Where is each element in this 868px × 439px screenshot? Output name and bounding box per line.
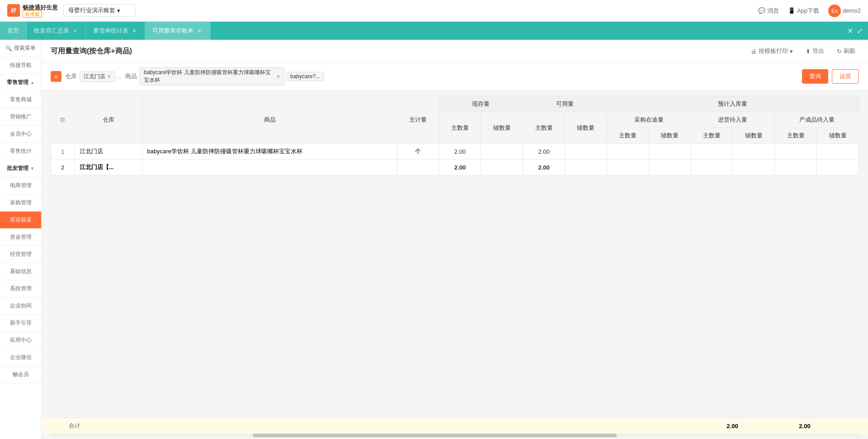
- row-2-no: 2: [51, 160, 75, 175]
- row-1-inbound-main: [691, 144, 733, 160]
- sidebar-item-member[interactable]: 会员中心: [0, 126, 41, 143]
- th-main-unit: 主计量: [397, 96, 439, 144]
- warehouse-tag-jiangbei: 江北门店 ✕: [80, 71, 115, 82]
- sidebar-item-purchase[interactable]: 采购管理: [0, 194, 41, 212]
- quicknav-label: 快捷导航: [10, 61, 32, 69]
- row-2-warehouse: 江北门店【...: [75, 160, 142, 175]
- tab-receive-summary[interactable]: 收发存汇总表 ✕: [27, 22, 86, 40]
- th-warehouse: 仓库: [75, 96, 142, 144]
- enterprise-wechat-label: 企业微信: [10, 354, 32, 361]
- sidebar-item-retail-mgmt[interactable]: 零售管理 ▲: [0, 74, 41, 91]
- retail-stats-label: 零售统计: [10, 147, 32, 155]
- footer-avail-main: 2.00: [787, 423, 823, 430]
- th-product-pending: 产成品待入量: [775, 112, 859, 128]
- sidebar-item-enterprise[interactable]: 企业协同: [0, 297, 41, 315]
- warehouse-filter-label: 仓库: [65, 72, 77, 80]
- th-settings: ⚙: [51, 96, 75, 144]
- logo-badge: 标准版: [23, 10, 42, 18]
- warehouse-filter-tags: 江北门店 ✕ ...: [80, 71, 122, 82]
- print-icon: 🖨: [751, 48, 757, 55]
- sidebar-item-vip[interactable]: 畅会员: [0, 366, 41, 383]
- sidebar-item-operations[interactable]: 经营管理: [0, 246, 41, 263]
- basic-info-label: 基础信息: [10, 268, 32, 275]
- available-stock-tab-label: 可用量库存账本: [152, 27, 193, 35]
- print-label: 按模板打印: [759, 47, 788, 55]
- page-header-actions: 🖨 按模板打印 ▾ ⬆ 导出 ↻ 刷新: [747, 45, 859, 57]
- close-all-tabs-icon[interactable]: ✕: [847, 27, 853, 35]
- app-center-label: 应用中心: [10, 336, 32, 344]
- tab-order-stats[interactable]: 要货单统计表 ✕: [86, 22, 145, 40]
- sidebar-item-search[interactable]: 🔍 搜索菜单: [0, 40, 41, 57]
- retail-mgmt-label: 零售管理: [7, 79, 28, 86]
- message-button[interactable]: 💬 消息: [758, 7, 779, 15]
- sidebar-item-retail-mall[interactable]: 零售商城: [0, 91, 41, 109]
- export-label: 导出: [812, 47, 824, 55]
- tab-home[interactable]: 首页: [0, 22, 27, 40]
- sidebar-item-wholesale[interactable]: 批发管理 ▼: [0, 160, 41, 177]
- maximize-icon[interactable]: ⤢: [857, 27, 863, 35]
- sidebar: 🔍 搜索菜单 快捷导航 零售管理 ▲ 零售商城 营销推广 会员中心 零售统计 批…: [0, 40, 42, 439]
- refresh-label: 刷新: [844, 47, 855, 55]
- product-tag-babycare: babycare学饮杯 儿童防摔防撞吸管杯重力球吸嘴杯宝宝水杯 ✕: [140, 67, 284, 85]
- tab-available-stock[interactable]: 可用量库存账本 ✕: [145, 22, 210, 40]
- print-button[interactable]: 🖨 按模板打印 ▾: [747, 45, 797, 57]
- system-label: 系统管理: [10, 285, 32, 293]
- finance-label: 资金管理: [10, 233, 32, 241]
- query-button[interactable]: 查询: [802, 69, 828, 84]
- row-1-avail-main: 2.00: [523, 144, 565, 160]
- th-inbound-main-qty: 主数量: [691, 128, 733, 144]
- receive-summary-tab-label: 收发存汇总表: [34, 27, 69, 35]
- setting-button[interactable]: 设置: [832, 69, 859, 84]
- sidebar-item-inventory[interactable]: 库存核算: [0, 212, 41, 229]
- sidebar-item-finance[interactable]: 资金管理: [0, 229, 41, 246]
- row-2-avail-sub: [565, 160, 607, 175]
- row-1-unit: 个: [397, 144, 439, 160]
- app-download-button[interactable]: 📱 App下载: [788, 7, 819, 15]
- th-inbound-sub-qty: 辅数量: [733, 128, 775, 144]
- remove-warehouse-tag-icon[interactable]: ✕: [107, 74, 111, 80]
- remove-product-tag-1-icon[interactable]: ✕: [276, 74, 280, 80]
- sidebar-item-app-center[interactable]: 应用中心: [0, 332, 41, 349]
- logo: 好 畅捷通好生意 标准版: [7, 4, 58, 18]
- sidebar-item-enterprise-wechat[interactable]: 企业微信: [0, 349, 41, 366]
- warehouse-filter-group: 仓库 江北门店 ✕ ...: [65, 71, 122, 82]
- close-order-stats-icon[interactable]: ✕: [131, 28, 137, 34]
- th-stock-sub-qty: 辅数量: [481, 112, 523, 144]
- sidebar-item-marketing[interactable]: 营销推广: [0, 109, 41, 126]
- content-area: 可用量查询(按仓库+商品) 🖨 按模板打印 ▾ ⬆ 导出 ↻ 刷新: [42, 40, 868, 439]
- export-button[interactable]: ⬆ 导出: [802, 45, 828, 57]
- sidebar-item-newbie[interactable]: 新手引导: [0, 315, 41, 332]
- table-area: ⚙ 仓库 商品 主计量 现存量 可用量 预计入库量 主数量 辅数量 主数量 辅数…: [42, 90, 868, 418]
- filter-bar: » 仓库 江北门店 ✕ ... 商品 babycare学饮杯 儿童防摔防撞吸管杯…: [42, 63, 868, 90]
- industry-select[interactable]: 母婴行业演示账套 ▾: [63, 4, 136, 17]
- row-2-avail-main: 2.00: [523, 160, 565, 175]
- row-2-purchase-sub: [649, 160, 691, 175]
- filter-expand-button[interactable]: »: [51, 71, 61, 82]
- sidebar-item-retail-stats[interactable]: 零售统计: [0, 143, 41, 160]
- footer-stock-main: 2.00: [714, 423, 750, 430]
- inventory-label: 库存核算: [10, 216, 32, 224]
- page-title: 可用量查询(按仓库+商品): [51, 47, 132, 56]
- product-filter-tags: babycare学饮杯 儿童防摔防撞吸管杯重力球吸嘴杯宝宝水杯 ✕ babyca…: [140, 67, 798, 85]
- settings-gear-icon[interactable]: ⚙: [60, 116, 66, 123]
- row-2-stock-main: 2.00: [439, 160, 481, 175]
- scrollbar-thumb[interactable]: [253, 434, 617, 437]
- refresh-button[interactable]: ↻ 刷新: [833, 45, 859, 57]
- sidebar-item-ecommerce[interactable]: 电商管理: [0, 177, 41, 194]
- main-layout: 🔍 搜索菜单 快捷导航 零售管理 ▲ 零售商城 营销推广 会员中心 零售统计 批…: [0, 40, 868, 439]
- close-receive-summary-icon[interactable]: ✕: [72, 28, 78, 34]
- user-profile[interactable]: Ea demo2: [828, 5, 861, 17]
- ecommerce-label: 电商管理: [10, 182, 32, 189]
- horizontal-scrollbar[interactable]: [51, 434, 859, 437]
- warehouse-more[interactable]: ...: [117, 73, 122, 80]
- top-bar-left: 好 畅捷通好生意 标准版 母婴行业演示账套 ▾: [7, 4, 136, 18]
- product-filter-label: 商品: [125, 72, 137, 80]
- sidebar-item-basic-info[interactable]: 基础信息: [0, 263, 41, 280]
- expand-icon: »: [54, 73, 58, 80]
- sidebar-item-quicknav[interactable]: 快捷导航: [0, 57, 41, 74]
- arrow-down-icon: ▼: [30, 166, 35, 171]
- close-available-stock-icon[interactable]: ✕: [196, 28, 203, 34]
- export-icon: ⬆: [806, 48, 811, 55]
- wholesale-label: 批发管理: [7, 165, 28, 172]
- sidebar-item-system[interactable]: 系统管理: [0, 280, 41, 297]
